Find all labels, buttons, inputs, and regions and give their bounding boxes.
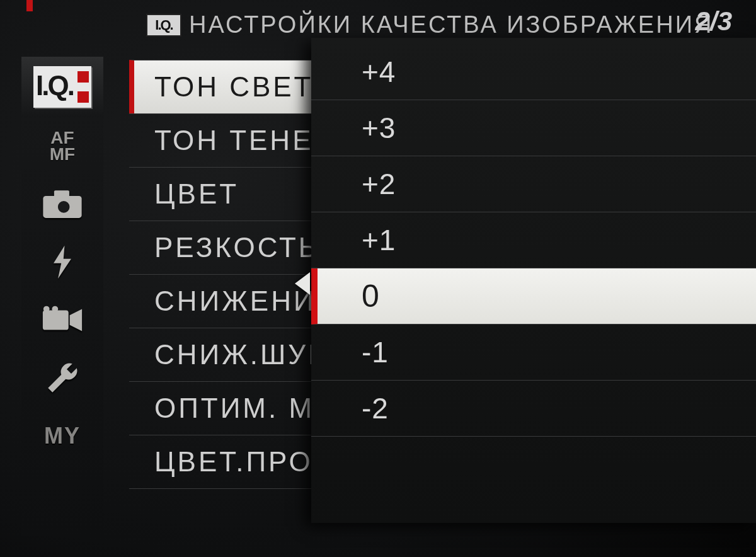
wrench-icon	[40, 360, 84, 396]
value-option-plus1[interactable]: +1	[311, 212, 756, 268]
flash-icon	[40, 244, 84, 280]
value-option-minus2[interactable]: -2	[311, 381, 756, 437]
page-title: НАСТРОЙКИ КАЧЕСТВА ИЗОБРАЖЕНИЯ	[189, 11, 713, 38]
left-arrow-icon[interactable]	[295, 272, 310, 295]
value-option-plus4[interactable]: +4	[311, 44, 756, 100]
value-option-plus3[interactable]: +3	[311, 100, 756, 156]
sidebar-item-camera[interactable]	[21, 175, 103, 233]
title-iq-icon: I.Q.	[146, 14, 181, 37]
title-bar: I.Q. НАСТРОЙКИ КАЧЕСТВА ИЗОБРАЖЕНИЯ 2/3	[0, 0, 756, 39]
value-option-minus1[interactable]: -1	[311, 324, 756, 381]
svg-point-7	[43, 306, 50, 313]
left-sidebar: I.Q. AFMF MY	[21, 57, 103, 536]
svg-rect-1	[54, 190, 69, 197]
svg-rect-5	[43, 310, 69, 330]
sidebar-item-my[interactable]: MY	[21, 407, 103, 465]
value-option-plus2[interactable]: +2	[311, 156, 756, 212]
sidebar-item-afmf[interactable]: AFMF	[21, 117, 103, 175]
sidebar-item-iq[interactable]: I.Q.	[21, 57, 103, 117]
page-indicator: 2/3	[696, 6, 732, 37]
my-icon: MY	[44, 423, 81, 449]
svg-marker-4	[54, 246, 71, 279]
camera-menu-screen: I.Q. НАСТРОЙКИ КАЧЕСТВА ИЗОБРАЖЕНИЯ 2/3 …	[0, 0, 756, 557]
sidebar-item-setup[interactable]	[21, 349, 103, 407]
value-selector-panel: +4 +3 +2 +1 0 -1 -2	[311, 38, 756, 523]
camera-icon	[40, 187, 84, 222]
iq-icon: I.Q.	[33, 66, 91, 108]
afmf-icon: AFMF	[50, 130, 75, 163]
svg-point-8	[52, 306, 58, 313]
value-option-zero[interactable]: 0	[311, 268, 756, 324]
sidebar-item-flash[interactable]	[21, 233, 103, 291]
svg-marker-6	[70, 309, 82, 331]
sidebar-item-video[interactable]	[21, 291, 103, 349]
video-icon	[40, 302, 84, 338]
